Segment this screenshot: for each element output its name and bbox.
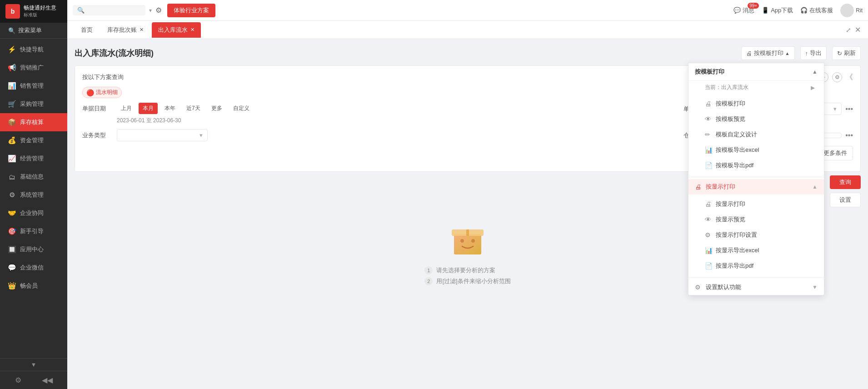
sidebar-item-newbie[interactable]: 🎯 新手引导 xyxy=(0,222,67,240)
template-export-excel-icon: 📊 xyxy=(705,146,712,154)
sidebar-item-operation[interactable]: 📈 经营管理 xyxy=(0,150,67,168)
step-2-num: 2 xyxy=(424,277,433,285)
business-type-select[interactable]: ▾ xyxy=(117,129,208,141)
template-preview-item[interactable]: 👁 按模板预览 xyxy=(688,111,824,127)
service-icon: 🎧 xyxy=(800,7,808,14)
template-export-pdf-item[interactable]: 📄 按模板导出pdf xyxy=(688,158,824,173)
template-preview-label: 按模板预览 xyxy=(716,115,745,123)
warehouse-more[interactable]: ••• xyxy=(845,131,853,140)
display-export-excel-item[interactable]: 📊 按显示导出excel xyxy=(688,243,824,258)
query-button[interactable]: 查询 xyxy=(830,175,861,189)
sidebar-item-basic[interactable]: 🗂 基础信息 xyxy=(0,168,67,186)
date-btn-more[interactable]: 更多 xyxy=(207,103,226,114)
trial-button[interactable]: 体验行业方案 xyxy=(167,4,215,17)
sidebar-item-sales[interactable]: 📊 销售管理 xyxy=(0,77,67,95)
page-header: 出入库流水(流水明细) 🖨 按模板打印 ▲ ↑ 导出 ↻ 刷新 xyxy=(75,46,861,60)
newbie-icon: 🎯 xyxy=(7,227,16,236)
tab-inventory-batch[interactable]: 库存批次账 ✕ xyxy=(101,22,150,38)
template-export-excel-item[interactable]: 📊 按模板导出excel xyxy=(688,142,824,158)
tab-bar: 首页 库存批次账 ✕ 出入库流水 ✕ ⤢ ✕ xyxy=(67,21,868,39)
tab-maximize-icon[interactable]: ⤢ xyxy=(846,26,851,34)
online-service-label: 在线客服 xyxy=(809,6,833,15)
template-custom-icon: ✏ xyxy=(705,131,712,138)
online-service-button[interactable]: 🎧 在线客服 xyxy=(800,6,833,15)
inventory-label: 库存核算 xyxy=(20,118,44,126)
date-btn-this-year[interactable]: 本年 xyxy=(160,103,180,114)
sidebar-item-inventory[interactable]: 📦 库存核算 xyxy=(0,113,67,131)
set-default-icon: ⚙ xyxy=(695,284,702,291)
topbar-gear-icon[interactable]: ⚙ xyxy=(155,6,162,15)
display-section-chevron[interactable]: ▲ xyxy=(812,184,818,190)
export-button[interactable]: ↑ 导出 xyxy=(800,46,827,60)
user-avatar-area[interactable]: Rit xyxy=(840,4,863,17)
refresh-icon: ↻ xyxy=(837,50,842,57)
tab-close-all-icon[interactable]: ✕ xyxy=(855,25,861,34)
download-icon: 📱 xyxy=(762,7,769,14)
display-print-label: 按显示打印 xyxy=(716,200,745,208)
dropdown-collapse-icon[interactable]: ▲ xyxy=(812,69,818,75)
search-input[interactable] xyxy=(85,7,130,14)
quick-icon: ⚡ xyxy=(7,45,16,54)
template-print-icon: 🖨 xyxy=(705,100,712,107)
display-print-section-header[interactable]: 🖨 按显示打印 ▲ xyxy=(688,179,824,194)
date-btn-7days[interactable]: 近7天 xyxy=(182,103,205,114)
sidebar-scroll-down[interactable]: ▼ xyxy=(0,358,67,371)
display-export-pdf-item[interactable]: 📄 按显示导出pdf xyxy=(688,258,824,274)
settings-button[interactable]: 设置 xyxy=(830,193,861,207)
tab-stock-flow[interactable]: 出入库流水 ✕ xyxy=(152,22,201,38)
sidebar-item-wechat[interactable]: 💬 企业微信 xyxy=(0,259,67,277)
sidebar-item-quick[interactable]: ⚡ 快捷导航 xyxy=(0,40,67,59)
app-center-label: 应用中心 xyxy=(20,245,44,254)
logo-icon: b xyxy=(5,4,20,19)
voucher-type-more[interactable]: ••• xyxy=(845,105,853,113)
topbar-right: 💬 消息 99+ 📱 App下载 🎧 在线客服 Rit xyxy=(733,4,863,17)
display-export-excel-icon: 📊 xyxy=(705,247,712,254)
vip-label: 畅会员 xyxy=(20,282,38,290)
search-menu-item[interactable]: 🔍 搜索菜单 xyxy=(0,23,67,39)
topbar-search[interactable]: 🔍 xyxy=(73,5,145,15)
sidebar-item-finance[interactable]: 💰 资金管理 xyxy=(0,131,67,150)
sidebar-item-app-center[interactable]: 🔲 应用中心 xyxy=(0,240,67,259)
system-icon: ⚙ xyxy=(7,190,16,199)
filter-settings-button[interactable]: ⚙ xyxy=(832,72,842,82)
set-default-chevron[interactable]: ▼ xyxy=(812,284,818,290)
date-btn-this-month[interactable]: 本月 xyxy=(139,103,158,114)
dropdown-divider-2 xyxy=(688,277,824,278)
sidebar-bottom: ⚙ ◀◀ xyxy=(0,371,67,389)
step-1-text: 请先选择要分析的方案 xyxy=(436,266,495,274)
sidebar-item-system[interactable]: ⚙ 系统管理 xyxy=(0,186,67,204)
collapse-sidebar-icon[interactable]: ◀◀ xyxy=(42,376,53,384)
display-print-settings-item[interactable]: ⚙ 按显示打印设置 xyxy=(688,227,824,243)
sidebar-item-vip[interactable]: 👑 畅会员 xyxy=(0,277,67,295)
set-default-item[interactable]: ⚙ 设置默认功能 ▼ xyxy=(688,279,824,295)
print-template-button[interactable]: 🖨 按模板打印 ▲ xyxy=(741,46,795,60)
sidebar-item-purchase[interactable]: 🛒 采购管理 xyxy=(0,95,67,113)
refresh-button[interactable]: ↻ 刷新 xyxy=(832,46,861,60)
print-dropdown-panel: 按模板打印 ▲ 当前：出入库流水 ▶ 🖨 按模板打印 xyxy=(688,63,824,295)
step-2-text: 用[过滤]条件来缩小分析范围 xyxy=(436,277,510,285)
settings-bottom-icon[interactable]: ⚙ xyxy=(15,376,21,384)
tab-home[interactable]: 首页 xyxy=(75,22,99,38)
edition-label: 标准版 xyxy=(24,12,56,18)
message-button[interactable]: 💬 消息 99+ xyxy=(733,6,754,15)
tab-stock-flow-close[interactable]: ✕ xyxy=(190,27,195,33)
sidebar-item-marketing[interactable]: 📢 营销推广 xyxy=(0,59,67,77)
display-preview-item[interactable]: 👁 按显示预览 xyxy=(688,212,824,227)
sidebar-item-collab[interactable]: 🤝 企业协同 xyxy=(0,204,67,222)
query-settings-area: 查询 设置 xyxy=(830,175,861,207)
date-btn-custom[interactable]: 自定义 xyxy=(229,103,254,114)
tab-inventory-batch-label: 库存批次账 xyxy=(107,26,137,34)
date-btn-last-month[interactable]: 上月 xyxy=(117,103,136,114)
tab-inventory-batch-close[interactable]: ✕ xyxy=(140,27,144,33)
topbar-dropdown-chevron[interactable]: ▾ xyxy=(149,7,152,14)
sidebar: b 畅捷通好生意 标准版 🔍 搜索菜单 ⚡ 快捷导航 📢 营销推广 📊 销售管理… xyxy=(0,0,67,389)
marketing-label: 营销推广 xyxy=(20,64,44,72)
template-custom-item[interactable]: ✏ 模板自定义设计 xyxy=(688,127,824,142)
template-print-item[interactable]: 🖨 按模板打印 xyxy=(688,96,824,111)
app-download-button[interactable]: 📱 App下载 xyxy=(762,6,793,15)
display-print-item[interactable]: 🖨 按显示打印 xyxy=(688,196,824,212)
date-range-text: 2023-06-01 至 2023-06-30 xyxy=(117,117,254,125)
marketing-icon: 📢 xyxy=(7,63,16,72)
filter-collapse-button[interactable]: 《 xyxy=(846,73,853,82)
current-template-chevron[interactable]: ▶ xyxy=(811,85,815,91)
